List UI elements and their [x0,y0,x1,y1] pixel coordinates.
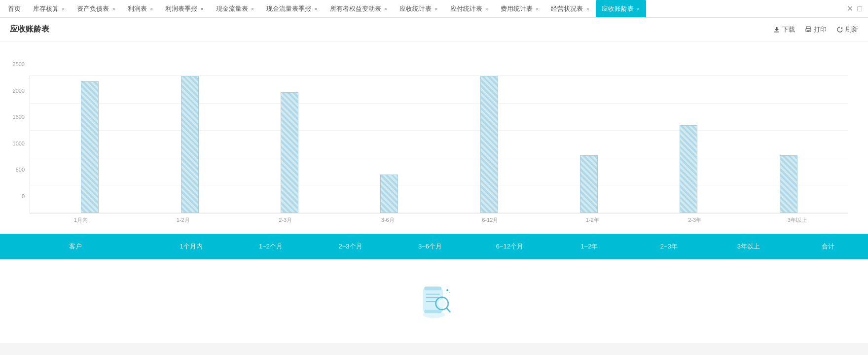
tab-inventory[interactable]: 库存核算 × [27,0,71,18]
chart-x-label: 6-12月 [439,213,542,224]
svg-rect-2 [807,30,810,31]
bar-group [240,76,339,213]
th-cell: 1~2个月 [231,242,310,251]
svg-rect-7 [424,310,441,313]
tab-balance-sheet[interactable]: 资产负债表 × [71,0,121,18]
page-header: 应收账龄表 下载 打印 刷新 [0,18,868,41]
th-cell: 2~3个月 [311,242,390,251]
chart-x-label: 1-2年 [542,213,644,224]
chart-plot [30,76,848,213]
tab-ar-aging[interactable]: 应收账龄表 × [596,0,646,18]
svg-line-13 [446,308,450,312]
tab-cashflow[interactable]: 现金流量表 × [210,0,260,18]
bar-group [40,76,140,213]
svg-point-16 [446,293,447,294]
chart-x-label: 2-3年 [644,213,746,224]
tab-ap-stats[interactable]: 应付统计表 × [444,0,495,18]
close-inventory-tab[interactable]: × [62,6,65,12]
chart-y-axis: 2500 2000 1500 1000 500 0 [10,61,30,199]
bar [281,92,298,213]
tab-ar-stats[interactable]: 应收统计表 × [394,0,444,18]
chart-x-label: 3年以上 [746,213,849,224]
bar [181,76,199,213]
bar [81,81,99,213]
bar-group [739,76,838,213]
bar [480,76,498,213]
window-close-btn[interactable]: ✕ [847,4,853,13]
tab-bar: 首页 库存核算 × 资产负债表 × 利润表 × 利润表季报 × 现金流量表 × … [0,0,868,18]
close-equity-tab[interactable]: × [384,6,387,12]
svg-point-14 [446,289,448,291]
svg-rect-3 [807,31,809,32]
close-cashflow-tab[interactable]: × [251,6,254,12]
bar [780,155,797,213]
th-cell: 3年以上 [709,242,788,251]
tab-profit[interactable]: 利润表 × [122,0,159,18]
page-title: 应收账龄表 [10,24,49,35]
th-cell: 客户 [0,242,151,251]
chart-inner: 1月内1-2月2-3月3-6月6-12月1-2年2-3年3年以上 [30,76,848,224]
close-ap-stats-tab[interactable]: × [485,6,488,12]
close-profit-tab[interactable]: × [150,6,153,12]
tab-equity[interactable]: 所有者权益变动表 × [324,0,394,18]
empty-icon [412,279,456,323]
close-ar-stats-tab[interactable]: × [434,6,437,12]
tab-profit-quarterly[interactable]: 利润表季报 × [159,0,210,18]
th-cell: 1~2年 [549,242,629,251]
tab-cashflow-quarterly[interactable]: 现金流量表季报 × [260,0,324,18]
chart-x-label: 1月内 [30,213,132,224]
svg-rect-6 [424,286,441,290]
bar-group [439,76,539,213]
bar [680,125,697,213]
th-cell: 3~6个月 [390,242,470,251]
header-actions: 下载 打印 刷新 [773,25,858,34]
empty-state [0,259,868,343]
svg-point-15 [449,292,450,293]
th-cell: 2~3年 [629,242,709,251]
chart-area: 2500 2000 1500 1000 500 0 [0,41,868,234]
refresh-icon [836,26,843,33]
table-header: 客户1个月内1~2个月2~3个月3~6个月6~12个月1~2年2~3年3年以上合… [0,234,868,259]
th-cell: 6~12个月 [470,242,549,251]
close-cashflow-quarterly-tab[interactable]: × [314,6,317,12]
th-cell: 合计 [789,242,868,251]
tab-expense-stats[interactable]: 费用统计表 × [495,0,545,18]
tab-home[interactable]: 首页 [2,0,27,18]
download-icon [773,26,780,33]
window-maximize-btn[interactable]: □ [857,4,862,13]
bar-group [140,76,239,213]
close-operations-tab[interactable]: × [586,6,589,12]
print-button[interactable]: 打印 [805,25,827,34]
bars-container [30,76,848,213]
close-profit-quarterly-tab[interactable]: × [200,6,203,12]
tab-bar-actions: ✕ □ [847,4,866,13]
svg-point-12 [438,299,446,307]
chart-container: 2500 2000 1500 1000 500 0 [10,51,848,224]
close-expense-stats-tab[interactable]: × [536,6,539,12]
download-button[interactable]: 下载 [773,25,795,34]
th-cell: 1个月内 [151,242,231,251]
close-ar-aging-tab[interactable]: × [637,6,640,12]
bar [580,155,598,213]
bar-group [539,76,639,213]
chart-x-label: 2-3月 [234,213,337,224]
bar [380,175,398,213]
bar-group [339,76,439,213]
chart-x-label: 3-6月 [337,213,439,224]
chart-x-label: 1-2月 [132,213,235,224]
refresh-button[interactable]: 刷新 [836,25,858,34]
print-icon [805,26,812,33]
tab-operations[interactable]: 经营状况表 × [545,0,595,18]
main-content: 2500 2000 1500 1000 500 0 [0,41,868,343]
bar-group [639,76,738,213]
chart-x-labels: 1月内1-2月2-3月3-6月6-12月1-2年2-3年3年以上 [30,213,848,224]
close-balance-sheet-tab[interactable]: × [112,6,115,12]
